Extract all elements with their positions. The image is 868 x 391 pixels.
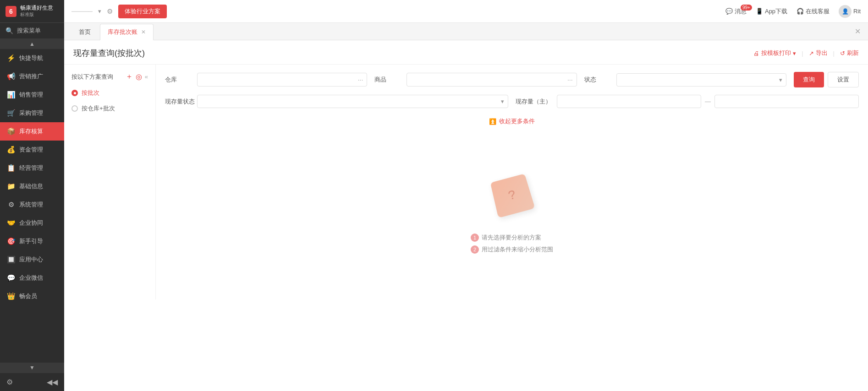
query-button[interactable]: 查询 [794,72,824,87]
apps-icon: 🔲 [6,255,16,264]
add-scheme-icon[interactable]: ＋ [126,72,133,81]
sidebar-item-label: 快捷导航 [19,54,43,62]
sidebar-item-system[interactable]: ⚙ 系统管理 [0,196,64,214]
status-field: 状态 ▾ [584,73,786,87]
messages-item[interactable]: 💬 消息 99+ [725,7,747,16]
panel-close-button[interactable]: ✕ [855,27,861,36]
warehouse-input[interactable]: ··· [197,73,367,87]
sidebar-scroll-down[interactable]: ▼ [0,363,64,373]
sidebar-item-label: 经营管理 [19,164,43,172]
sidebar-item-purchase[interactable]: 🛒 采购管理 [0,104,64,122]
product-label: 商品 [374,76,407,84]
stock-quantity-field: 现存量（主） — [516,95,859,108]
app-logo-icon: 6 [5,6,16,17]
stock-status-select[interactable]: ▾ [197,95,508,108]
app-download-item[interactable]: 📱 App下载 [756,7,787,16]
product-input[interactable]: ··· [407,73,577,87]
scheme-by-warehouse-batch[interactable]: 按仓库+批次 [64,101,155,116]
sidebar-item-finance[interactable]: 💰 资金管理 [0,141,64,159]
sidebar-item-label: 应用中心 [19,255,43,264]
empty-state: 1 请先选择要分析的方案 2 用过滤条件来缩小分析范围 [165,131,859,292]
sidebar-item-inventory[interactable]: 📦 库存核算 [0,122,64,141]
product-field: 商品 ··· [374,73,577,87]
sales-icon: 📊 [6,91,16,99]
content-area: 现存量查询(按批次) 🖨 按模板打印 ▾ | ↗ 导出 | ↺ 刷新 [64,40,868,391]
print-icon: 🖨 [753,50,759,57]
status-label: 状态 [584,76,616,84]
online-service-label: 在线客服 [806,7,830,16]
sidebar-item-enterprise[interactable]: 🤝 企业协同 [0,214,64,232]
sidebar-item-label: 系统管理 [19,201,43,209]
settings-footer-icon[interactable]: ⚙ [6,378,13,386]
sidebar-item-member[interactable]: 👑 畅会员 [0,287,64,305]
sidebar-item-quick-nav[interactable]: ⚡ 快捷导航 [0,49,64,67]
tab-home[interactable]: 首页 [71,24,98,40]
sidebar-item-sales[interactable]: 📊 销售管理 [0,86,64,104]
scheme-settings-icon[interactable]: ◎ [136,72,142,81]
avatar: 👤 [839,5,852,18]
scheme-by-batch[interactable]: 按批次 [64,85,155,101]
tab-home-label: 首页 [79,28,91,36]
topbar: ───── ▾ ⚙ 体验行业方案 💬 消息 99+ 📱 App下载 🎧 在线客服 [64,0,868,23]
finance-icon: 💰 [6,146,16,154]
trial-industry-button[interactable]: 体验行业方案 [118,5,167,18]
sidebar-items: ⚡ 快捷导航 📢 营销推广 📊 销售管理 🛒 采购管理 📦 库存核算 💰 资金管… [0,49,64,363]
sidebar-item-wechat[interactable]: 💬 企业微信 [0,269,64,287]
sidebar-item-label: 销售管理 [19,91,43,99]
sidebar-item-marketing[interactable]: 📢 营销推广 [0,67,64,86]
stock-quantity-sep: — [705,98,711,105]
messages-badge: 99+ [741,5,752,11]
topbar-gear-icon[interactable]: ⚙ [107,7,113,16]
sidebar-scroll-up[interactable]: ▲ [0,39,64,49]
stock-quantity-max[interactable] [714,95,859,108]
collapse-more-conditions[interactable]: ⏫ 收起更多条件 [165,115,859,131]
app-name: 畅康通好生意 标准版 [20,5,53,18]
online-service-item[interactable]: 🎧 在线客服 [797,7,830,16]
content-header: 现存量查询(按批次) 🖨 按模板打印 ▾ | ↗ 导出 | ↺ 刷新 [64,40,868,65]
breadcrumb: ───── [71,8,93,15]
sidebar-search[interactable]: 🔍 搜索菜单 [0,23,64,39]
status-select[interactable]: ▾ [616,73,786,87]
sidebar-item-label: 基础信息 [19,182,43,190]
tab-close-icon[interactable]: ✕ [141,29,146,35]
filter-sidebar-header: 按以下方案查询 ＋ ◎ « [64,70,155,85]
sidebar-logo: 6 畅康通好生意 标准版 [0,0,64,23]
phone-icon: 📱 [756,8,763,15]
filter-sidebar: 按以下方案查询 ＋ ◎ « 按批次 按仓库+批次 [64,65,156,299]
collapse-filter-icon[interactable]: « [145,73,148,80]
main-area: ───── ▾ ⚙ 体验行业方案 💬 消息 99+ 📱 App下载 🎧 在线客服 [64,0,868,391]
sidebar-item-operations[interactable]: 📋 经营管理 [0,159,64,177]
collapse-sidebar-icon[interactable]: ◀◀ [47,378,58,386]
warehouse-more-icon[interactable]: ··· [358,76,363,83]
enterprise-icon: 🤝 [6,219,16,227]
stock-quantity-min[interactable] [557,95,701,108]
sidebar: 6 畅康通好生意 标准版 🔍 搜索菜单 ▲ ⚡ 快捷导航 📢 营销推广 📊 销售… [0,0,64,391]
chevron-up-icon: ⏫ [489,118,496,125]
user-name-label: Rit [853,8,861,15]
sidebar-item-apps[interactable]: 🔲 应用中心 [0,250,64,269]
user-profile[interactable]: 👤 Rit [839,5,861,18]
sidebar-item-newbie[interactable]: 🎯 新手引导 [0,232,64,250]
topbar-dropdown-icon[interactable]: ▾ [98,8,101,15]
topbar-right: 💬 消息 99+ 📱 App下载 🎧 在线客服 👤 Rit [725,5,861,18]
refresh-button[interactable]: ↺ 刷新 [840,49,859,57]
breadcrumb-item: ───── [71,8,93,15]
sidebar-item-label: 营销推广 [19,72,43,81]
settings-button[interactable]: 设置 [828,72,859,87]
filter-sidebar-title: 按以下方案查询 [71,73,113,81]
product-more-icon[interactable]: ··· [567,76,573,83]
sidebar-item-basic[interactable]: 📁 基础信息 [0,177,64,196]
stock-status-dropdown-icon: ▾ [501,98,504,105]
sidebar-item-label: 资金管理 [19,146,43,154]
print-template-button[interactable]: 🖨 按模板打印 ▾ [753,49,796,57]
headset-icon: 🎧 [797,8,804,15]
operations-icon: 📋 [6,164,16,172]
export-button[interactable]: ↗ 导出 [809,49,828,57]
wechat-icon: 💬 [6,274,16,282]
sidebar-item-label: 企业协同 [19,219,43,227]
app-download-label: App下载 [765,7,787,16]
filter-panel: 按以下方案查询 ＋ ◎ « 按批次 按仓库+批次 [64,65,868,299]
tab-batch-account[interactable]: 库存批次账 ✕ [100,24,154,40]
sidebar-footer: ⚙ ◀◀ [0,373,64,391]
filter-row-1: 仓库 ··· 商品 ··· 状态 [165,72,859,87]
